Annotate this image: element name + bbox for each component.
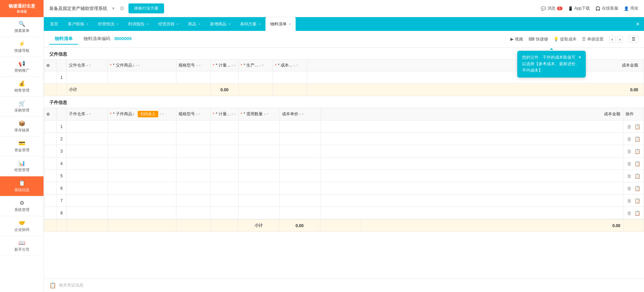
child-row-unit-cost-1[interactable]	[280, 133, 321, 145]
child-row-qty-4[interactable]	[238, 170, 280, 182]
nav-tab-close-8[interactable]: ×	[289, 22, 291, 26]
parent-row-product[interactable]	[108, 71, 176, 84]
topbar-settings-icon[interactable]: ⚙	[120, 5, 124, 12]
child-row-warehouse-6[interactable]	[67, 195, 108, 207]
delete-icon-5[interactable]: 🗑	[627, 186, 632, 191]
child-row-product-6[interactable]	[108, 195, 176, 207]
scan-button[interactable]: 扫码录入	[138, 111, 158, 117]
child-row-unit-4[interactable]	[211, 170, 239, 182]
view-item[interactable]: ▶ 视频	[510, 36, 523, 42]
delete-icon-0[interactable]: 🗑	[627, 124, 632, 129]
nav-tab-1[interactable]: 客户联络×	[63, 17, 93, 31]
child-row-warehouse-3[interactable]	[67, 157, 108, 170]
copy-icon-7[interactable]: 📋	[634, 210, 640, 216]
copy-icon-3[interactable]: 📋	[634, 161, 640, 166]
user-item[interactable]: 👤 用友	[624, 5, 639, 11]
child-row-product-3[interactable]	[108, 157, 176, 170]
child-row-unit-3[interactable]	[211, 157, 239, 170]
gear-icon[interactable]: ⚙	[46, 63, 50, 68]
child-row-product-7[interactable]	[108, 207, 176, 219]
child-row-spec-2[interactable]	[176, 145, 211, 157]
child-row-unit-1[interactable]	[211, 133, 239, 145]
child-row-unit-5[interactable]	[211, 182, 239, 195]
shortcut-item[interactable]: ⌨ 快捷键	[529, 36, 548, 42]
sidebar-item-0[interactable]: 🔍搜索菜单	[0, 17, 44, 37]
child-row-warehouse-5[interactable]	[67, 182, 108, 195]
child-row-spec-4[interactable]	[176, 170, 211, 182]
child-row-qty-2[interactable]	[238, 145, 280, 157]
delete-icon-2[interactable]: 🗑	[627, 149, 632, 154]
child-row-spec-3[interactable]	[176, 157, 211, 170]
sub-tab-bill[interactable]: 物料清单	[49, 34, 78, 45]
sidebar-item-11[interactable]: 📖新手引导	[0, 236, 44, 256]
dropdown-arrow-icon[interactable]: ▼	[111, 6, 115, 11]
child-row-qty-1[interactable]	[238, 133, 280, 145]
next-btn[interactable]: ›	[617, 36, 623, 43]
parent-row-cost[interactable]	[273, 71, 307, 84]
trial-button[interactable]: 体验行业方案	[128, 3, 164, 13]
nav-tab-7[interactable]: 条码方案×	[235, 17, 265, 31]
copy-icon-4[interactable]: 📋	[634, 173, 640, 179]
child-row-spec-6[interactable]	[176, 195, 211, 207]
child-row-qty-3[interactable]	[238, 157, 280, 170]
sidebar-item-7[interactable]: 📊经营管理	[0, 156, 44, 176]
child-row-unit-cost-2[interactable]	[280, 145, 321, 157]
parent-row-spec[interactable]	[176, 71, 211, 84]
child-row-qty-0[interactable]	[238, 120, 280, 133]
child-row-warehouse-7[interactable]	[67, 207, 108, 219]
prev-btn[interactable]: ‹	[609, 36, 615, 43]
child-row-spec-1[interactable]	[176, 133, 211, 145]
nav-tab-close-4[interactable]: ×	[177, 22, 179, 26]
child-row-warehouse-0[interactable]	[67, 120, 108, 133]
parent-row-warehouse[interactable]	[67, 71, 108, 84]
delete-icon-1[interactable]: 🗑	[627, 136, 632, 142]
nav-tab-close-3[interactable]: ×	[147, 22, 149, 26]
child-row-warehouse-2[interactable]	[67, 145, 108, 157]
copy-icon-6[interactable]: 📋	[634, 198, 640, 203]
child-row-product-4[interactable]	[108, 170, 176, 182]
child-row-product-1[interactable]	[108, 133, 176, 145]
sidebar-item-8[interactable]: 📋基础信息	[0, 176, 44, 196]
sidebar-item-4[interactable]: 🛒采购管理	[0, 97, 44, 117]
child-row-unit-cost-5[interactable]	[280, 182, 321, 195]
sidebar-item-5[interactable]: 📦库存核算	[0, 117, 44, 137]
child-row-product-5[interactable]	[108, 182, 176, 195]
sidebar-item-1[interactable]: ⚡快捷导航	[0, 37, 44, 57]
child-row-warehouse-4[interactable]	[67, 170, 108, 182]
child-row-unit-cost-0[interactable]	[280, 120, 321, 133]
extract-cost-item[interactable]: 💡 提取成本	[554, 36, 577, 42]
child-row-unit-cost-3[interactable]	[280, 157, 321, 170]
parent-row-prod[interactable]	[238, 71, 273, 84]
nav-tab-2[interactable]: 经营情况×	[93, 17, 123, 31]
app-download-item[interactable]: 📱 App下载	[568, 5, 590, 11]
child-row-qty-5[interactable]	[238, 182, 280, 195]
close-all-tabs-icon[interactable]: ✕	[633, 21, 643, 27]
nav-tab-close-7[interactable]: ×	[259, 22, 261, 26]
delete-icon-7[interactable]: 🗑	[627, 210, 632, 216]
copy-icon-0[interactable]: 📋	[634, 124, 640, 129]
child-row-product-2[interactable]	[108, 145, 176, 157]
sub-tab-code-label[interactable]: 物料清单编码	[84, 36, 110, 41]
child-row-unit-7[interactable]	[211, 207, 239, 219]
sidebar-item-2[interactable]: 📢营销推广	[0, 57, 44, 77]
nav-tab-close-6[interactable]: ×	[228, 22, 231, 26]
tooltip-close-icon[interactable]: ×	[579, 54, 581, 61]
nav-tab-8[interactable]: 物料清单×	[265, 17, 296, 31]
child-row-unit-cost-7[interactable]	[280, 207, 321, 219]
gear-icon2[interactable]: ⚙	[46, 112, 50, 117]
copy-icon-5[interactable]: 📋	[634, 186, 640, 191]
copy-icon-1[interactable]: 📋	[634, 136, 640, 142]
nav-tab-close-2[interactable]: ×	[116, 22, 119, 26]
delete-icon-6[interactable]: 🗑	[627, 198, 632, 203]
child-row-unit-6[interactable]	[211, 195, 239, 207]
nav-tab-6[interactable]: 新增商品×	[205, 17, 235, 31]
sidebar-item-6[interactable]: 💳资金管理	[0, 137, 44, 156]
child-row-product-0[interactable]	[108, 120, 176, 133]
child-row-spec-0[interactable]	[176, 120, 211, 133]
sidebar-item-3[interactable]: 💰销售管理	[0, 77, 44, 97]
delete-icon-4[interactable]: 🗑	[627, 173, 632, 179]
child-row-unit-cost-4[interactable]	[280, 170, 321, 182]
copy-icon-2[interactable]: 📋	[634, 149, 640, 154]
child-row-unit-2[interactable]	[211, 145, 239, 157]
child-row-qty-6[interactable]	[238, 195, 280, 207]
